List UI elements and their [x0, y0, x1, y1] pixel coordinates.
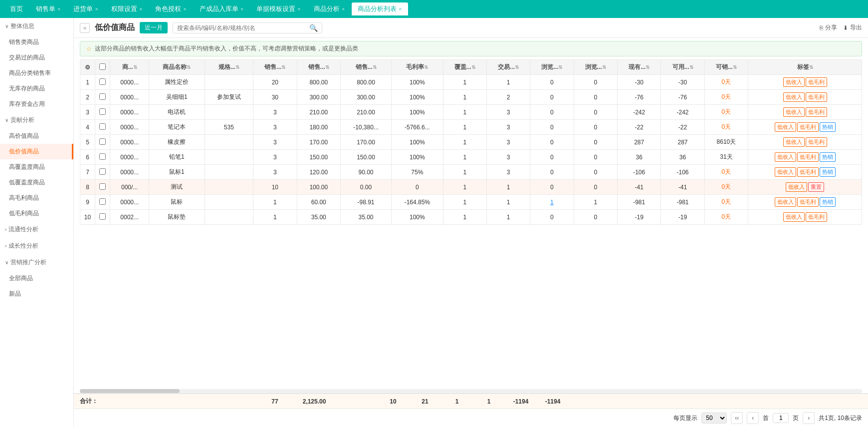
sidebar-group-marketing[interactable]: ∨ 营销推广分析	[0, 254, 73, 271]
cell-index: 1	[80, 75, 95, 90]
next-page-button[interactable]: ›	[803, 412, 815, 424]
sidebar-item-high-margin[interactable]: 高毛利商品	[0, 190, 73, 206]
cell-days: 0天	[704, 180, 748, 195]
prev-page-button[interactable]: ‹	[747, 412, 759, 424]
nav-roles[interactable]: 角色授权 ×	[149, 2, 192, 15]
page-number-input[interactable]	[773, 413, 789, 423]
cell-checkbox[interactable]	[95, 195, 110, 210]
col-settings[interactable]: ⚙	[80, 60, 95, 75]
cell-days: 0天	[704, 210, 748, 225]
row-checkbox[interactable]	[99, 138, 106, 145]
date-filter-button[interactable]: 近一月	[140, 22, 168, 33]
sidebar-item-traded-goods[interactable]: 交易过的商品	[0, 50, 73, 65]
sidebar-item-high-value[interactable]: 高价值商品	[0, 128, 73, 144]
cell-val: 0	[550, 109, 554, 116]
export-button[interactable]: ⬇ 导出	[843, 23, 862, 32]
link-cell[interactable]: 1	[550, 199, 554, 206]
nav-close-sales[interactable]: ×	[57, 6, 60, 12]
sidebar-item-low-coverage[interactable]: 低覆盖度商品	[0, 175, 73, 190]
nav-close-roles[interactable]: ×	[183, 6, 186, 12]
cell-checkbox[interactable]	[95, 180, 110, 195]
sidebar-item-high-coverage[interactable]: 高覆盖度商品	[0, 159, 73, 175]
cell-code: 0000...	[110, 75, 149, 90]
sidebar-item-low-margin[interactable]: 低毛利商品	[0, 206, 73, 221]
col-checkbox[interactable]	[95, 60, 110, 75]
cell-sale2: 120.00	[297, 165, 340, 180]
nav-permissions[interactable]: 权限设置 ×	[105, 2, 148, 15]
cell-checkbox[interactable]	[95, 135, 110, 150]
sidebar-group-contribution[interactable]: ∨ 贡献分析	[0, 112, 73, 128]
sidebar-item-low-value[interactable]: 低价值商品	[0, 144, 73, 159]
sidebar-group-overall[interactable]: ∨ 整体信息	[0, 18, 73, 34]
sidebar-item-sales-goods[interactable]: 销售类商品	[0, 34, 73, 50]
nav-purchase[interactable]: 进货单 ×	[67, 2, 104, 15]
cell-sale2: 300.00	[297, 90, 340, 105]
nav-close-analysis[interactable]: ×	[342, 6, 345, 12]
nav-analysis-list[interactable]: 商品分析列表 ×	[352, 2, 408, 15]
cell-available: -106	[661, 165, 704, 180]
page-size-select[interactable]: 50 100 200	[701, 413, 727, 424]
row-checkbox[interactable]	[99, 78, 106, 85]
row-checkbox[interactable]	[99, 198, 106, 205]
cell-index: 4	[80, 120, 95, 135]
cell-checkbox[interactable]	[95, 150, 110, 165]
cell-coverage: 1	[443, 135, 486, 150]
days-value: 0天	[722, 123, 731, 130]
cell-name: 鼠标垫	[149, 210, 205, 225]
cell-sale1: 3	[253, 135, 297, 150]
first-page-button[interactable]: ‹‹	[731, 412, 743, 424]
sidebar-item-stock-funds[interactable]: 库存资金占用	[0, 96, 73, 112]
search-box: 🔍	[173, 22, 322, 33]
nav-close-products[interactable]: ×	[240, 6, 243, 12]
collapse-button[interactable]: «	[80, 23, 90, 33]
search-icon[interactable]: 🔍	[309, 24, 318, 32]
sidebar-item-new-goods[interactable]: 新品	[0, 286, 73, 302]
scrollbar-area[interactable]	[80, 389, 862, 393]
nav-close-analysis-list[interactable]: ×	[399, 6, 402, 12]
cell-name: 属性定价	[149, 75, 205, 90]
cell-checkbox[interactable]	[95, 75, 110, 90]
sidebar-item-category-rate[interactable]: 商品分类销售率	[0, 65, 73, 81]
days-value: 0天	[722, 213, 731, 220]
row-checkbox[interactable]	[99, 123, 106, 130]
table-wrapper[interactable]: ⚙ 商...⇅ 商品名称⇅ 规格...⇅ 销售...⇅ 销售...⇅ 销售...…	[74, 59, 868, 389]
search-input[interactable]	[177, 24, 309, 31]
row-checkbox[interactable]	[99, 213, 106, 220]
cell-coverage: 1	[443, 90, 486, 105]
cell-checkbox[interactable]	[95, 165, 110, 180]
share-button[interactable]: ⎘ 分享	[820, 23, 837, 32]
sidebar-group-growth[interactable]: › 成长性分析	[0, 238, 73, 254]
nav-templates[interactable]: 单据模板设置 ×	[250, 2, 306, 15]
header-right: ⎘ 分享 ⬇ 导出	[820, 23, 862, 32]
cell-index: 3	[80, 105, 95, 120]
row-checkbox[interactable]	[99, 153, 106, 160]
cell-checkbox[interactable]	[95, 210, 110, 225]
cell-browse1: 0	[530, 210, 574, 225]
nav-analysis[interactable]: 商品分析 ×	[308, 2, 351, 15]
row-checkbox[interactable]	[99, 183, 106, 190]
nav-close-permissions[interactable]: ×	[139, 6, 142, 12]
nav-close-templates[interactable]: ×	[297, 6, 300, 12]
cell-code: 0002...	[110, 210, 149, 225]
sidebar-group-circulation[interactable]: › 流通性分析	[0, 221, 73, 238]
cell-checkbox[interactable]	[95, 120, 110, 135]
nav-home[interactable]: 首页	[4, 2, 29, 15]
row-checkbox[interactable]	[99, 108, 106, 115]
nav-close-purchase[interactable]: ×	[95, 6, 98, 12]
sidebar-item-no-stock[interactable]: 无库存的商品	[0, 81, 73, 96]
content-header: « 低价值商品 近一月 🔍 ⎘ 分享 ⬇ 导出	[74, 18, 868, 38]
table-row: 2 0000... 吴细细1 参加复试 30 300.00 300.00 100…	[80, 90, 862, 105]
cell-code: 000/...	[110, 180, 149, 195]
cell-checkbox[interactable]	[95, 90, 110, 105]
cell-code: 0000...	[110, 135, 149, 150]
nav-products[interactable]: 产成品入库单 ×	[194, 2, 249, 15]
row-checkbox[interactable]	[99, 168, 106, 175]
nav-sales[interactable]: 销售单 ×	[30, 2, 66, 15]
row-checkbox[interactable]	[99, 93, 106, 100]
select-all-checkbox[interactable]	[99, 63, 106, 70]
cell-browse1: 0	[530, 75, 574, 90]
sidebar-item-all-goods[interactable]: 全部商品	[0, 271, 73, 286]
scrollbar-thumb[interactable]	[80, 389, 180, 393]
cell-browse2: 0	[574, 210, 617, 225]
cell-checkbox[interactable]	[95, 105, 110, 120]
